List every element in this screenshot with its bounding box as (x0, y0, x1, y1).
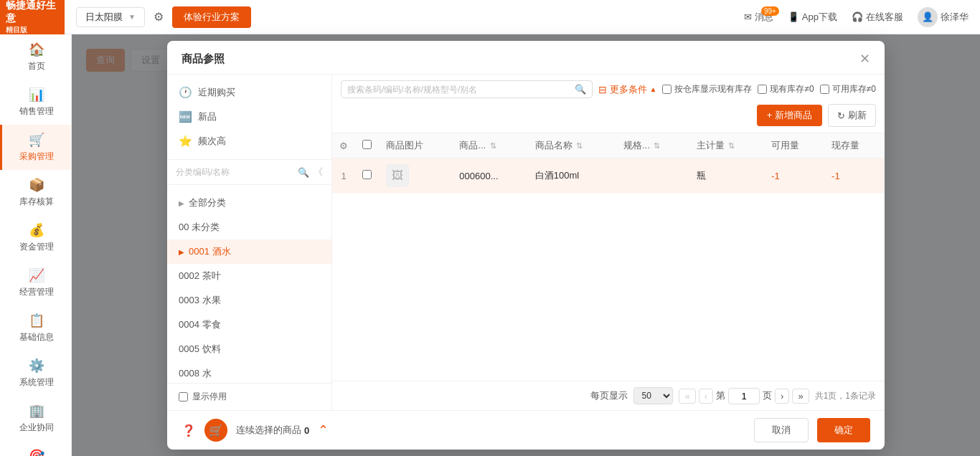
branch-selector[interactable]: 日太阳膜 ▼ (76, 7, 145, 27)
collapse-icon[interactable]: ⌃ (318, 422, 329, 438)
product-search-input[interactable] (347, 85, 572, 95)
warehouse-checkbox[interactable] (662, 85, 672, 94)
settings-column-header[interactable]: ⚙ (332, 133, 355, 158)
modal-body: 🕐 近期购买 🆕 新品 ⭐ 频次高 (167, 75, 885, 410)
online-service-item[interactable]: 🎧 在线客服 (852, 11, 903, 24)
unit-column-header[interactable]: 主计量 ⇅ (689, 133, 765, 158)
basic-icon: 📋 (29, 313, 44, 328)
category-search-input[interactable] (176, 167, 293, 177)
more-filters-button[interactable]: ⊟ 更多条件 ▲ (598, 83, 657, 96)
sidebar-item-operation[interactable]: 📈 经营管理 (0, 260, 71, 305)
existing-stock-checkbox[interactable] (758, 85, 767, 94)
search-icon[interactable]: 🔍 (575, 84, 586, 95)
expand-icon: ▶ (179, 199, 184, 207)
user-item[interactable]: 👤 徐泽华 (918, 7, 969, 27)
total-records-info: 共1页，1条记录 (815, 390, 876, 402)
gear-icon[interactable]: ⚙ (154, 10, 164, 24)
last-page-button[interactable]: » (792, 389, 809, 404)
row-checkbox[interactable] (362, 170, 372, 179)
checkbox-column-header (355, 133, 379, 158)
confirm-button[interactable]: 确定 (817, 418, 870, 442)
filter-icon: ⊟ (598, 84, 607, 95)
product-name-cell: 白酒100ml (528, 158, 616, 194)
toolbar-right: + 新增商品 ↻ 刷新 (757, 104, 876, 127)
category-0003[interactable]: 0003 水果 (167, 288, 331, 313)
new-product-item[interactable]: 🆕 新品 (167, 105, 331, 129)
product-code-cell: 000600... (452, 158, 528, 194)
stock-column-header: 现存量 (824, 133, 885, 158)
system-icon: ⚙️ (29, 358, 44, 374)
home-icon: 🏠 (29, 42, 44, 57)
guide-icon: 🎯 (29, 448, 44, 456)
search-icon[interactable]: 🔍 (298, 167, 309, 178)
code-column-header[interactable]: 商品... ⇅ (452, 133, 528, 158)
per-page-label: 每页显示 (590, 389, 628, 402)
expand-icon-0001: ▶ (179, 248, 184, 256)
collapse-icon[interactable]: 《 (314, 166, 323, 179)
experience-button[interactable]: 体验行业方案 (172, 6, 251, 28)
page-navigation: « ‹ 第 页 › » (679, 388, 809, 404)
image-column-header: 商品图片 (379, 133, 452, 158)
category-all[interactable]: ▶ 全部分类 (167, 191, 331, 215)
category-0001[interactable]: ▶ 0001 酒水 (167, 239, 331, 264)
category-0004[interactable]: 0004 零食 (167, 313, 331, 337)
sidebar-item-enterprise[interactable]: 🏢 企业协同 (0, 396, 71, 441)
headset-icon: 🎧 (852, 11, 863, 22)
select-all-checkbox[interactable] (362, 140, 372, 149)
enterprise-icon: 🏢 (29, 403, 44, 419)
category-00[interactable]: 00 未分类 (167, 215, 331, 239)
finance-icon: 💰 (29, 222, 44, 238)
recent-purchase-item[interactable]: 🕐 近期购买 (167, 80, 331, 105)
refresh-icon: ↻ (837, 110, 845, 121)
refresh-button[interactable]: ↻ 刷新 (828, 104, 876, 127)
product-spec-cell (616, 158, 689, 194)
help-icon[interactable]: ❓ (182, 424, 196, 437)
first-page-button[interactable]: « (679, 389, 695, 404)
operation-icon: 📈 (29, 267, 44, 283)
sidebar-item-guide[interactable]: 🎯 新手引导 (0, 441, 71, 456)
product-stock-cell: -1 (824, 158, 885, 194)
sidebar-item-basic[interactable]: 📋 基础信息 (0, 305, 71, 351)
modal-title: 商品参照 (182, 52, 225, 66)
main-layout: 🏠 首页 📊 销售管理 🛒 采购管理 📦 库存核算 💰 资金管理 📈 经营管理 … (0, 34, 980, 456)
per-page-select[interactable]: 50 10 20 100 (633, 387, 673, 404)
sidebar-item-purchase[interactable]: 🛒 采购管理 (0, 125, 71, 170)
show-disabled-checkbox[interactable] (179, 392, 188, 402)
name-column-header[interactable]: 商品名称 ⇅ (528, 133, 616, 158)
cart-count: 0 (304, 425, 309, 436)
category-0005-label: 0005 饮料 (179, 343, 221, 356)
logo: 畅捷通好生意 精目版 (0, 0, 65, 34)
next-page-button[interactable]: › (775, 389, 789, 404)
add-product-button[interactable]: + 新增商品 (757, 105, 822, 126)
category-0005[interactable]: 0005 饮料 (167, 337, 331, 361)
close-icon[interactable]: ✕ (859, 51, 870, 67)
category-0008[interactable]: 0008 水 (167, 361, 331, 383)
category-0002[interactable]: 0002 茶叶 (167, 264, 331, 288)
spec-column-header[interactable]: 规格... ⇅ (616, 133, 689, 158)
recent-purchase-label: 近期购买 (198, 86, 235, 99)
messages-item[interactable]: ✉ 消息 99+ (744, 11, 773, 24)
cancel-button[interactable]: 取消 (754, 418, 809, 442)
page-number-input[interactable] (728, 388, 760, 404)
app-download-item[interactable]: 📱 App下载 (788, 11, 837, 24)
sidebar-item-sales[interactable]: 📊 销售管理 (0, 80, 71, 125)
product-image-cell: 🖼 (379, 158, 452, 194)
frequent-item[interactable]: ⭐ 频次高 (167, 129, 331, 153)
prev-page-button[interactable]: ‹ (699, 389, 713, 404)
service-label: 在线客服 (866, 11, 903, 24)
new-icon: 🆕 (179, 110, 192, 123)
modal-header: 商品参照 ✕ (167, 41, 885, 75)
sort-icon: ⇅ (490, 141, 496, 150)
star-icon: ⭐ (179, 135, 192, 148)
sidebar-item-finance[interactable]: 💰 资金管理 (0, 215, 71, 260)
sidebar-item-system[interactable]: ⚙️ 系统管理 (0, 351, 71, 396)
available-stock-checkbox[interactable] (820, 85, 829, 94)
cart-icon[interactable]: 🛒 (204, 419, 227, 442)
sidebar-item-home[interactable]: 🏠 首页 (0, 34, 71, 80)
category-0002-label: 0002 茶叶 (179, 270, 221, 282)
mobile-icon: 📱 (788, 11, 799, 22)
sort-icon: ⇅ (576, 141, 583, 150)
table-row[interactable]: 1 🖼 000600... 白酒100ml (332, 158, 885, 194)
table-body: 1 🖼 000600... 白酒100ml (332, 158, 885, 194)
sidebar-item-inventory[interactable]: 📦 库存核算 (0, 170, 71, 215)
